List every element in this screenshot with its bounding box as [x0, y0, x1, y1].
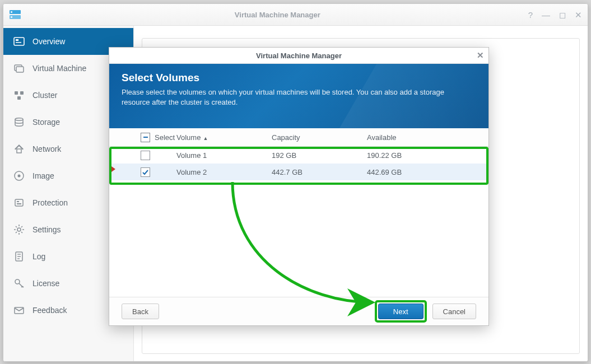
col-available[interactable]: Available	[367, 133, 488, 142]
dialog-title: Virtual Machine Manager	[256, 52, 342, 60]
row-checkbox[interactable]	[141, 151, 150, 160]
col-volume[interactable]: Volume▲	[176, 133, 272, 142]
select-volumes-dialog: Virtual Machine Manager ✕ Select Volumes…	[109, 47, 489, 326]
row-checkbox[interactable]	[141, 167, 150, 177]
col-capacity[interactable]: Capacity	[272, 133, 367, 142]
table-body: Volume 1 192 GB 190.22 GB Volume 2 442.7…	[109, 147, 488, 180]
dialog-titlebar: Virtual Machine Manager ✕	[109, 48, 488, 64]
modal-overlay: Virtual Machine Manager ✕ Select Volumes…	[3, 4, 588, 361]
col-available-label: Available	[367, 133, 397, 142]
app-window: Virtual Machine Manager ? — ◻ ✕ Overview…	[3, 3, 588, 362]
table-row[interactable]: Volume 1 192 GB 190.22 GB	[109, 147, 488, 164]
next-button[interactable]: Next	[378, 304, 424, 319]
sort-asc-icon: ▲	[203, 136, 208, 141]
annotation-next-highlight: Next	[375, 300, 427, 323]
dialog-footer: Back Next Cancel	[109, 297, 488, 325]
cell-volume: Volume 2	[176, 168, 272, 176]
cell-capacity: 192 GB	[272, 151, 367, 160]
table-header: Select Volume▲ Capacity Available	[109, 128, 488, 147]
cancel-button[interactable]: Cancel	[432, 304, 476, 319]
col-volume-label: Volume	[176, 133, 201, 142]
select-all-checkbox[interactable]	[141, 133, 150, 142]
col-select[interactable]: Select	[109, 133, 176, 142]
close-icon[interactable]: ✕	[477, 50, 484, 60]
dialog-description: Please select the volumes on which your …	[122, 87, 469, 108]
row-marker-icon	[111, 166, 115, 172]
col-capacity-label: Capacity	[272, 133, 300, 142]
col-select-label: Select	[155, 133, 175, 142]
dialog-banner: Select Volumes Please select the volumes…	[109, 64, 488, 128]
cell-capacity: 442.7 GB	[272, 168, 367, 176]
cell-available: 190.22 GB	[367, 151, 488, 160]
cell-volume: Volume 1	[176, 151, 272, 160]
back-button[interactable]: Back	[122, 304, 159, 319]
cell-available: 442.69 GB	[367, 168, 488, 176]
table-row[interactable]: Volume 2 442.7 GB 442.69 GB	[109, 164, 488, 180]
dialog-heading: Select Volumes	[122, 72, 476, 84]
volumes-table: Select Volume▲ Capacity Available	[109, 128, 488, 180]
